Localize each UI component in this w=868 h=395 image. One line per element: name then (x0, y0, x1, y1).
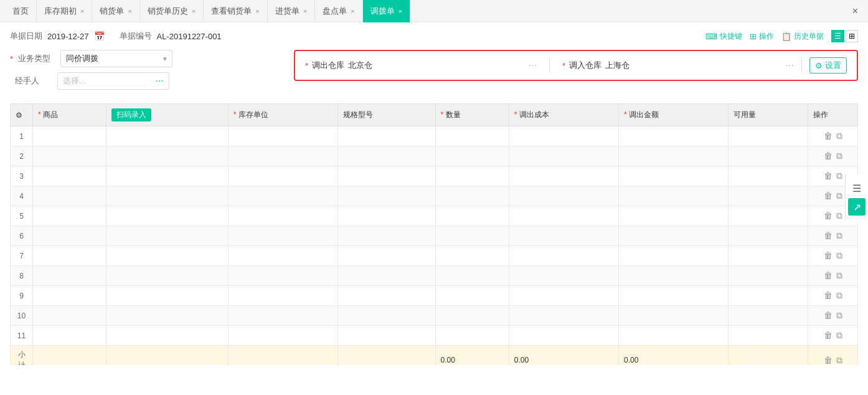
delete-row-icon[interactable]: 🗑 (824, 270, 833, 281)
cell-unit[interactable] (228, 226, 337, 246)
copy-row-icon[interactable]: ⧉ (836, 270, 842, 281)
cell-spec[interactable] (337, 166, 435, 186)
cell-cost[interactable] (509, 186, 618, 206)
tab-inventory-check[interactable]: 盘点单 × (315, 0, 362, 22)
cell-amount[interactable] (618, 306, 728, 326)
tab-close-inventory-check[interactable]: × (351, 7, 354, 15)
cell-unit[interactable] (228, 326, 337, 346)
cell-quantity[interactable] (435, 146, 509, 166)
cell-spec[interactable] (337, 126, 435, 146)
cell-spec[interactable] (337, 306, 435, 326)
view-grid-btn[interactable]: ⊞ (846, 30, 858, 42)
cell-product[interactable] (33, 326, 106, 346)
calendar-icon[interactable]: 📅 (94, 31, 105, 41)
cell-spec[interactable] (337, 246, 435, 266)
cell-unit[interactable] (228, 306, 337, 326)
cell-amount[interactable] (618, 186, 728, 206)
cell-product[interactable] (33, 306, 106, 326)
cell-product[interactable] (33, 286, 106, 306)
cell-spec[interactable] (337, 206, 435, 226)
tab-close-inventory-init[interactable]: × (80, 7, 84, 15)
sidebar-export-icon[interactable]: ↗ (848, 198, 866, 216)
cell-quantity[interactable] (435, 266, 509, 286)
cell-spec[interactable] (337, 186, 435, 206)
cell-product[interactable] (33, 266, 106, 286)
business-type-dropdown[interactable]: 同价调拨 ▾ (60, 50, 172, 67)
transfer-in-more-icon[interactable]: ··· (786, 60, 794, 71)
cell-unit[interactable] (228, 246, 337, 266)
tab-sales-history[interactable]: 销货单历史 × (140, 0, 204, 22)
copy-row-icon[interactable]: ⧉ (836, 171, 842, 181)
copy-row-icon[interactable]: ⧉ (836, 310, 842, 321)
cell-product[interactable] (33, 126, 106, 146)
subtotal-delete-icon[interactable]: 🗑 (824, 355, 833, 366)
copy-row-icon[interactable]: ⧉ (836, 290, 842, 301)
tab-close-transfer[interactable]: × (399, 7, 402, 15)
cell-cost[interactable] (509, 126, 618, 146)
cell-quantity[interactable] (435, 126, 509, 146)
cell-amount[interactable] (618, 206, 728, 226)
cell-product[interactable] (33, 186, 106, 206)
cell-quantity[interactable] (435, 206, 509, 226)
copy-row-icon[interactable]: ⧉ (836, 330, 842, 341)
cell-cost[interactable] (509, 306, 618, 326)
tab-sales-order[interactable]: 销货单 × (92, 0, 139, 22)
delete-row-icon[interactable]: 🗑 (824, 330, 833, 341)
cell-quantity[interactable] (435, 306, 509, 326)
copy-row-icon[interactable]: ⧉ (836, 151, 842, 161)
cell-cost[interactable] (509, 246, 618, 266)
tab-purchase-order[interactable]: 进货单 × (268, 0, 315, 22)
sidebar-list-icon[interactable]: ☰ (848, 179, 866, 197)
cell-unit[interactable] (228, 126, 337, 146)
cell-amount[interactable] (618, 166, 728, 186)
cell-quantity[interactable] (435, 226, 509, 246)
cell-product[interactable] (33, 226, 106, 246)
cell-amount[interactable] (618, 146, 728, 166)
cell-quantity[interactable] (435, 286, 509, 306)
delete-row-icon[interactable]: 🗑 (824, 211, 833, 221)
cell-spec[interactable] (337, 146, 435, 166)
cell-cost[interactable] (509, 146, 618, 166)
cell-amount[interactable] (618, 266, 728, 286)
cell-cost[interactable] (509, 206, 618, 226)
tab-inventory-init[interactable]: 库存期初 × (37, 0, 92, 22)
cell-cost[interactable] (509, 286, 618, 306)
cell-quantity[interactable] (435, 326, 509, 346)
handler-more-icon[interactable]: ··· (156, 75, 164, 87)
delete-row-icon[interactable]: 🗑 (824, 151, 833, 161)
tab-close-sales-history[interactable]: × (192, 7, 196, 15)
settings-button[interactable]: ⚙ 设置 (809, 57, 847, 74)
cell-unit[interactable] (228, 146, 337, 166)
cell-cost[interactable] (509, 226, 618, 246)
tab-view-sales[interactable]: 查看销货单 × (204, 0, 267, 22)
cell-cost[interactable] (509, 166, 618, 186)
delete-row-icon[interactable]: 🗑 (824, 250, 833, 261)
cell-amount[interactable] (618, 126, 728, 146)
copy-row-icon[interactable]: ⧉ (836, 131, 842, 141)
operations-action[interactable]: ⊞ 操作 (750, 31, 774, 42)
delete-row-icon[interactable]: 🗑 (824, 131, 833, 141)
cell-unit[interactable] (228, 186, 337, 206)
cell-unit[interactable] (228, 206, 337, 226)
handler-input[interactable]: 选择... ··· (57, 72, 169, 90)
cell-spec[interactable] (337, 226, 435, 246)
tab-home[interactable]: 首页 (5, 0, 37, 22)
copy-row-icon[interactable]: ⧉ (836, 231, 842, 241)
delete-row-icon[interactable]: 🗑 (824, 290, 833, 301)
tab-close-purchase-order[interactable]: × (303, 7, 307, 15)
delete-row-icon[interactable]: 🗑 (824, 231, 833, 241)
tab-bar-close-button[interactable]: × (847, 6, 863, 17)
cell-unit[interactable] (228, 286, 337, 306)
cell-amount[interactable] (618, 286, 728, 306)
delete-row-icon[interactable]: 🗑 (824, 191, 833, 201)
copy-row-icon[interactable]: ⧉ (836, 191, 842, 201)
copy-row-icon[interactable]: ⧉ (836, 211, 842, 221)
cell-product[interactable] (33, 246, 106, 266)
subtotal-copy-icon[interactable]: ⧉ (836, 355, 842, 366)
history-action[interactable]: 📋 历史单据 (781, 31, 824, 42)
cell-product[interactable] (33, 146, 106, 166)
delete-row-icon[interactable]: 🗑 (824, 171, 833, 181)
cell-spec[interactable] (337, 326, 435, 346)
th-settings[interactable]: ⚙ (11, 104, 33, 126)
tab-close-sales-order[interactable]: × (128, 7, 131, 15)
